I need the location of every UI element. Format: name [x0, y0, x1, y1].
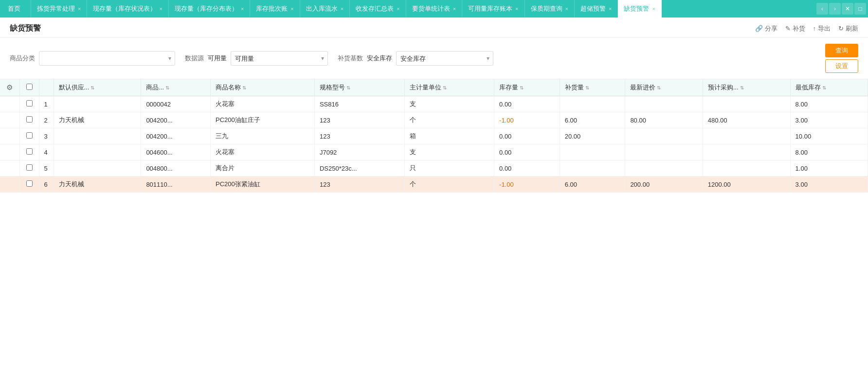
tab-que-huo[interactable]: 缺货预警 × — [618, 0, 661, 18]
cell-gear-4 — [0, 160, 19, 176]
th-min-stock[interactable]: 最低库存 ⇅ — [790, 79, 868, 96]
tab-close-ke-yong[interactable]: × — [515, 6, 518, 12]
settings-button[interactable]: 设置 — [825, 59, 858, 73]
share-button[interactable]: 🔗 分享 — [755, 24, 778, 33]
tab-lian-huo[interactable]: 拣货异常处理 × — [31, 0, 87, 18]
cell-checkbox-4[interactable] — [19, 160, 39, 176]
tab-close-xian-cun-fen[interactable]: × — [241, 6, 244, 12]
refresh-button[interactable]: ↻ 刷新 — [838, 24, 858, 33]
th-unit[interactable]: 主计量单位 ⇅ — [405, 79, 494, 96]
main-content: 缺货预警 🔗 分享 ✎ 补货 ↑ 导出 ↻ 刷新 商品分类 — [0, 18, 868, 387]
tab-bao-zhi[interactable]: 保质期查询 × — [525, 0, 575, 18]
cell-checkbox-5[interactable] — [19, 176, 39, 193]
table-row[interactable]: 5 004800... 离合片 DS250*23c... 只 0.00 1.00 — [0, 160, 868, 176]
cell-stock-4: 0.00 — [494, 160, 560, 176]
cell-stock-1: -1.00 — [494, 112, 560, 128]
th-product-code[interactable]: 商品... ⇅ — [141, 79, 211, 96]
th-product-name[interactable]: 商品名称 ⇅ — [211, 79, 315, 96]
row-checkbox-3[interactable] — [26, 148, 33, 155]
cell-unit-3: 支 — [405, 144, 494, 160]
tab-next-button[interactable]: › — [829, 3, 841, 15]
tab-close-all-button[interactable]: ✕ — [842, 3, 853, 15]
tab-close-yao-huo[interactable]: × — [453, 6, 456, 12]
export-button[interactable]: ↑ 导出 — [813, 24, 831, 33]
tab-close-chu-ru[interactable]: × — [341, 6, 344, 12]
datasource-value: 可用量 — [208, 54, 227, 63]
cell-stock-0: 0.00 — [494, 96, 560, 112]
table-body: 1 0000042 火花塞 SS816 支 0.00 8.00 2 力天机械 0… — [0, 96, 868, 193]
tab-close-chao-chu[interactable]: × — [609, 6, 612, 12]
category-select[interactable] — [39, 51, 175, 66]
tab-prev-button[interactable]: ‹ — [816, 3, 828, 15]
tab-close-pi-ci[interactable]: × — [290, 6, 293, 12]
table-row[interactable]: 6 力天机械 801110... PC200张紧油缸 123 个 -1.00 6… — [0, 176, 868, 193]
tab-xian-cun-zhuang[interactable]: 现存量（库存状况表） × — [87, 0, 168, 18]
tab-home[interactable]: 首页 — [2, 0, 31, 18]
th-stock[interactable]: 库存量 ⇅ — [494, 79, 560, 96]
th-spec[interactable]: 规格型号 ⇅ — [314, 79, 404, 96]
tab-navigation: ‹ › ✕ □ — [816, 3, 866, 15]
cell-minstock-1: 3.00 — [790, 112, 868, 128]
cell-supplier-4 — [54, 160, 141, 176]
row-checkbox-5[interactable] — [26, 180, 33, 187]
tab-close-shou-fa[interactable]: × — [397, 6, 399, 12]
tab-chao-chu[interactable]: 超储预警 × — [575, 0, 618, 18]
replenish-button[interactable]: ✎ 补货 — [785, 24, 805, 33]
cell-code-0: 0000042 — [141, 96, 211, 112]
cell-replenish-5: 6.00 — [560, 176, 625, 193]
gear-icon[interactable]: ⚙ — [6, 83, 13, 91]
th-checkbox[interactable] — [19, 79, 39, 96]
tab-close-xian-cun-zhuang[interactable]: × — [159, 6, 162, 12]
cell-code-4: 004800... — [141, 160, 211, 176]
th-gear[interactable]: ⚙ — [0, 79, 19, 96]
table-row[interactable]: 2 力天机械 004200... PC200油缸庄子 123 个 -1.00 6… — [0, 112, 868, 128]
table-row[interactable]: 4 004600... 火花塞 J7092 支 0.00 8.00 — [0, 144, 868, 160]
tab-pi-ci[interactable]: 库存批次账 × — [250, 0, 300, 18]
cell-spec-4: DS250*23c... — [314, 160, 404, 176]
cell-minstock-5: 3.00 — [790, 176, 868, 193]
tab-shou-fa[interactable]: 收发存汇总表 × — [350, 0, 406, 18]
table-row[interactable]: 1 0000042 火花塞 SS816 支 0.00 8.00 — [0, 96, 868, 112]
cell-supplier-0 — [54, 96, 141, 112]
filter-actions: 查询 设置 — [825, 44, 858, 73]
row-checkbox-1[interactable] — [26, 116, 33, 123]
tab-close-que-huo[interactable]: × — [652, 6, 655, 12]
cell-checkbox-2[interactable] — [19, 128, 39, 144]
tab-close-bao-zhi[interactable]: × — [565, 6, 568, 12]
replenish-base-select-wrap: 安全库存 — [396, 51, 493, 66]
tab-maximize-button[interactable]: □ — [854, 3, 866, 15]
tab-close-lian-huo[interactable]: × — [78, 6, 81, 12]
row-checkbox-2[interactable] — [26, 132, 33, 139]
cell-checkbox-1[interactable] — [19, 112, 39, 128]
cell-checkbox-3[interactable] — [19, 144, 39, 160]
cell-replenish-3 — [560, 144, 625, 160]
tab-ke-yong[interactable]: 可用量库存账本 × — [462, 0, 524, 18]
datasource-select[interactable]: 可用量 — [231, 51, 328, 66]
cell-checkbox-0[interactable] — [19, 96, 39, 112]
replenish-base-select[interactable]: 安全库存 — [396, 51, 493, 66]
tab-chu-ru[interactable]: 出入库流水 × — [300, 0, 350, 18]
datasource-label: 数据源 — [185, 54, 204, 63]
table-row[interactable]: 3 004200... 三九 123 箱 0.00 20.00 10.00 — [0, 128, 868, 144]
cell-replenish-4 — [560, 160, 625, 176]
cell-spec-3: J7092 — [314, 144, 404, 160]
filter-datasource-group: 数据源 可用量 可用量 — [185, 51, 328, 66]
select-all-checkbox[interactable] — [26, 84, 33, 90]
cell-code-2: 004200... — [141, 128, 211, 144]
table-wrap: ⚙ 默认供应... ⇅ 商品... — [0, 79, 868, 193]
cell-unit-1: 个 — [405, 112, 494, 128]
sort-min-stock-icon: ⇅ — [822, 85, 826, 90]
replenish-base-value: 安全库存 — [367, 54, 392, 63]
query-button[interactable]: 查询 — [825, 44, 858, 57]
cell-minstock-0: 8.00 — [790, 96, 868, 112]
th-latest-price[interactable]: 最新进价 ⇅ — [625, 79, 703, 96]
table-header-row: ⚙ 默认供应... ⇅ 商品... — [0, 79, 868, 96]
row-checkbox-0[interactable] — [26, 100, 33, 106]
tab-xian-cun-fen[interactable]: 现存量（库存分布表） × — [169, 0, 250, 18]
th-replenish-qty[interactable]: 补货量 ⇅ — [560, 79, 625, 96]
tab-yao-huo[interactable]: 要货单统计表 × — [406, 0, 462, 18]
th-default-supplier[interactable]: 默认供应... ⇅ — [54, 79, 141, 96]
page-header: 缺货预警 🔗 分享 ✎ 补货 ↑ 导出 ↻ 刷新 — [0, 18, 868, 38]
th-est-purchase[interactable]: 预计采购... ⇅ — [703, 79, 790, 96]
row-checkbox-4[interactable] — [26, 164, 33, 171]
